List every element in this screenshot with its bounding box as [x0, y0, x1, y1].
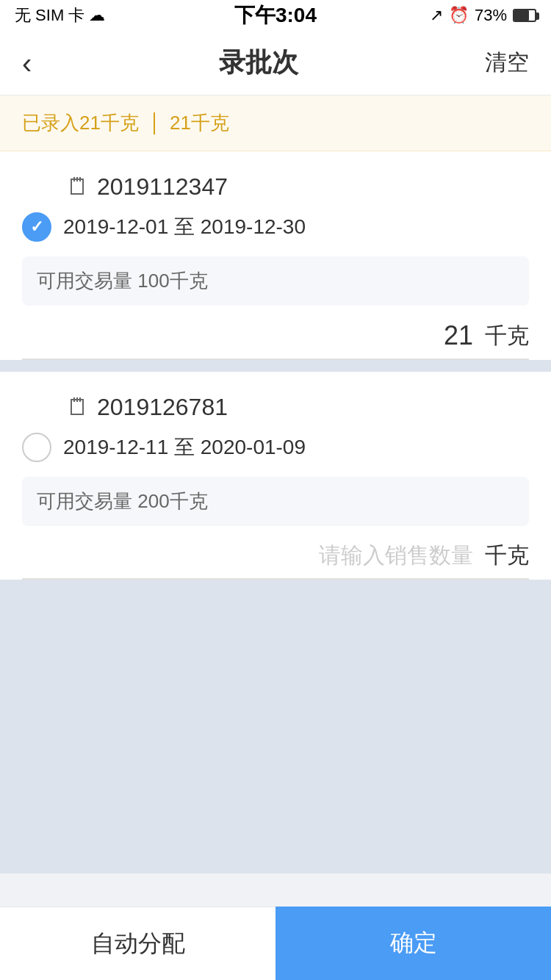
clear-button[interactable]: 清空 — [485, 48, 529, 78]
quantity-unit-2: 千克 — [485, 541, 529, 571]
auto-distribute-button[interactable]: 自动分配 — [0, 907, 276, 980]
quantity-row-1: 21 千克 — [0, 306, 551, 359]
info-divider — [154, 112, 155, 134]
batch-card-2: 🗒 2019126781 2019-12-11 至 2020-01-09 可用交… — [0, 372, 551, 580]
confirm-button[interactable]: 确定 — [276, 907, 551, 980]
status-bar: 无 SIM 卡 ☁ 下午3:04 ↗ ⏰ 73% — [0, 0, 551, 31]
page-title: 录批次 — [219, 45, 298, 81]
recorded-label: 已录入21千克 — [22, 110, 139, 136]
radio-1[interactable] — [22, 212, 51, 242]
batch-date-1: 2019-12-01 至 2019-12-30 — [63, 213, 306, 241]
status-left: 无 SIM 卡 ☁ — [15, 4, 105, 26]
sim-label: 无 SIM 卡 ☁ — [15, 4, 105, 26]
recorded-value: 21千克 — [170, 110, 229, 136]
info-banner: 已录入21千克 21千克 — [0, 96, 551, 151]
quantity-row-2: 请输入销售数量 千克 — [0, 526, 551, 578]
alarm-icon: ⏰ — [449, 6, 469, 25]
footer: 自动分配 确定 — [0, 907, 551, 980]
quantity-placeholder-2: 请输入销售数量 — [319, 541, 473, 571]
batch-capacity-2: 可用交易量 200千克 — [22, 477, 529, 526]
quantity-unit-1: 千克 — [485, 321, 529, 351]
batch-icon-1: 🗒 — [66, 173, 90, 201]
nav-bar: ‹ 录批次 清空 — [0, 31, 551, 96]
radio-2[interactable] — [22, 433, 51, 462]
batch-id-row-1: 🗒 2019112347 — [22, 173, 529, 201]
batch-id-2: 2019126781 — [97, 394, 228, 421]
batch-icon-2: 🗒 — [66, 394, 90, 421]
batch-date-row-1[interactable]: 2019-12-01 至 2019-12-30 — [22, 212, 529, 242]
batch-id-row-2: 🗒 2019126781 — [22, 394, 529, 421]
back-button[interactable]: ‹ — [22, 48, 32, 78]
batch-card-1: 🗒 2019112347 2019-12-01 至 2019-12-30 可用交… — [0, 151, 551, 360]
batch-id-1: 2019112347 — [97, 173, 228, 201]
batch-capacity-1: 可用交易量 100千克 — [22, 256, 529, 306]
bottom-area — [0, 580, 551, 873]
battery-icon — [513, 9, 536, 22]
quantity-value-1: 21 — [444, 320, 473, 351]
batch-date-2: 2019-12-11 至 2020-01-09 — [63, 433, 306, 461]
arrow-icon: ↗ — [430, 6, 443, 25]
battery-label: 73% — [475, 6, 507, 25]
batch-date-row-2[interactable]: 2019-12-11 至 2020-01-09 — [22, 433, 529, 462]
status-time: 下午3:04 — [234, 1, 317, 29]
status-right: ↗ ⏰ 73% — [430, 6, 536, 25]
card-separator — [0, 360, 551, 372]
